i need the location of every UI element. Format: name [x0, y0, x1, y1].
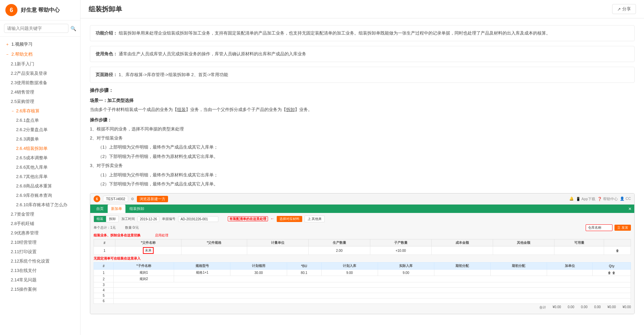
sidebar-item-purchase[interactable]: 2.5采购管理 [0, 97, 80, 106]
sidebar-item-assembly[interactable]: 2.6.4组装拆卸单 [0, 144, 80, 153]
ss-confirm-btn[interactable]: 立 发发 [614, 225, 631, 231]
ss-type-assemble[interactable]: 组装 [94, 216, 106, 222]
footer-spacer: ¥0.00 [623, 305, 631, 310]
ss-sub-info: 单个总计：1元 [94, 225, 116, 230]
cell-avail [554, 246, 604, 255]
sidebar-item-mobile[interactable]: 2.8手机旺铺 [0, 219, 80, 228]
ss-child-table: # *子件名称 规格型号 计划领用 *BU 计划入库 实际入库 期初分配 期初分… [94, 262, 631, 304]
sidebar-item-data-prep[interactable]: 2.3使用前数据准备 [0, 78, 80, 88]
sub-col-plan-in: 计划入库 [321, 263, 378, 270]
footer-total4: 0.00 [594, 305, 600, 310]
sub-table-row: 5 [94, 293, 631, 298]
ss-warehouse-area: 仓库名称 立 发发 [586, 224, 631, 231]
ss-number-input[interactable]: AD-20191226-001 [178, 216, 218, 222]
sidebar-item-finance[interactable]: 2.7资金管理 [0, 210, 80, 219]
sub-col-bu: *BU [287, 263, 321, 270]
path-block: 页面路径： 1、库存核算->库存管理->组装拆卸单 2、首页->常用功能 [90, 67, 635, 83]
col-sequence: # [94, 239, 115, 246]
arrow-right-icon: ← [270, 216, 274, 221]
sub-col-alloc2: 期初分配 [490, 263, 547, 270]
sidebar-item-other-out[interactable]: 2.6.7其他出库单 [0, 172, 80, 181]
sub-col-action: Qty [593, 263, 631, 270]
share-button[interactable]: ↗ 分享 [612, 4, 636, 14]
annotation-text-3: 组装业务、拆卸业务在这里切换 [94, 233, 141, 237]
ss-other-btn[interactable]: 上 其他来 [305, 216, 325, 222]
collapse-sub-icon: － [11, 108, 15, 114]
ss-footer-totals: 合计 ¥0.00 0.00 0.00 0.00 ¥0.00 ¥0.00 [94, 304, 631, 311]
sub-cell-unit [547, 270, 593, 276]
sidebar-item-ledger-query[interactable]: 2.6.9库存账本查询 [0, 191, 80, 200]
step-3: 3、对于拆卖业务 [90, 162, 635, 169]
ss-number-label: 单据编号 [162, 217, 175, 221]
expand-icon: ＋ [5, 42, 9, 47]
sidebar-item-cost-recalc[interactable]: 2.6.8商品成本重算 [0, 181, 80, 191]
cell-cost [431, 246, 493, 255]
ss-parent-table: # *父件名称 *父件规格 计量单位 生产数量 子产数量 成本金额 其他金额 可… [94, 239, 631, 255]
sidebar-item-partial-stocktake[interactable]: 2.6.2分量盘点单 [0, 125, 80, 134]
sidebar-item-transfer[interactable]: 2.6.3调拨单 [0, 134, 80, 144]
search-input[interactable] [4, 24, 68, 33]
nav-list: ＋ 1.视频学习 － 2.帮助文档 2.1新手入门 2.2产品安装及登录 2.3… [0, 37, 80, 335]
ss-annotation-row: 组装业务、拆卸业务在这里切换 启用处理 [94, 233, 631, 238]
sidebar-item-inventory[interactable]: － 2.6库存核算 [0, 106, 80, 116]
ss-date-input[interactable]: 2019-12-26 [138, 216, 159, 222]
ops-steps-heading: 操作步骤： [90, 117, 635, 123]
sidebar-item-install[interactable]: 2.2产品安装及登录 [0, 69, 80, 78]
scene1-heading: 场景一：加工类型选择 [90, 98, 635, 104]
app-logo-icon: 6 [5, 4, 17, 16]
col-other-cost: 其他金额 [493, 239, 554, 246]
sidebar-item-cost-adjust[interactable]: 2.6.5成本调整单 [0, 153, 80, 163]
ss-type-tabs[interactable]: 组装 拆卸 [94, 216, 119, 222]
sidebar-item-help-docs[interactable]: － 2.帮助文档 [0, 49, 80, 59]
sidebar-item-faq[interactable]: 2.14常见问题 [0, 275, 80, 285]
sidebar-item-ledger-fix[interactable]: 2.6.10库存账本错了怎么办 [0, 200, 80, 210]
sidebar-item-print[interactable]: 2.11打印设置 [0, 247, 80, 257]
annotation-text-4: 启用处理 [155, 233, 168, 237]
path-label: 页面路径： [96, 72, 117, 77]
sub-cell-plan: 30.00 [230, 270, 287, 276]
sub-cell-rest [174, 276, 631, 282]
ss-select-material-btn[interactable]: 选择对应材料 [277, 216, 302, 222]
highlighted-cell: 未来 [143, 247, 154, 254]
sub-cell-a2 [490, 270, 547, 276]
ss-nav-home[interactable]: 自页 [93, 205, 107, 213]
sidebar-item-other-in[interactable]: 2.6.6其他入库单 [0, 163, 80, 172]
sub-col-spec: 规格型号 [174, 263, 230, 270]
sub-cell-plan-in: 9.00 [321, 270, 378, 276]
ss-user-icon: 👤 CC [620, 197, 631, 202]
topbar: 组装拆卸单 ↗ 分享 [80, 0, 644, 18]
search-icon[interactable]: 🔍 [70, 26, 76, 31]
sidebar-item-stocktake[interactable]: 2.6.1盘点单 [0, 116, 80, 125]
ss-nav-new[interactable]: 新加单 [108, 205, 125, 213]
sub-cell-name: 规则2 [113, 276, 174, 282]
content-area: 功能介绍： 组装拆卸单用来处理企业组装或拆卸等加工业务，支持有固定装配清单的产品… [80, 18, 644, 335]
sidebar-item-custom[interactable]: 2.12系统个性化设置 [0, 257, 80, 266]
footer-total5: ¥0.00 [607, 305, 616, 310]
intro-block: 功能介绍： 组装拆卸单用来处理企业组装或拆卸等加工业务，支持有固定装配清单的产品… [90, 25, 635, 41]
sidebar-item-payment[interactable]: 2.13在线支付 [0, 266, 80, 275]
sidebar-item-video-learning[interactable]: ＋ 1.视频学习 [0, 39, 80, 49]
col-available: 可用量 [554, 239, 604, 246]
cell-seq: 1 [94, 246, 115, 255]
ss-nav-assembly[interactable]: 组装拆卸 [126, 205, 148, 213]
sub-cell-actual: 9.00 [378, 270, 434, 276]
ss-close-icon[interactable]: ✕ [628, 207, 632, 211]
ss-type-disassemble[interactable]: 拆卸 [106, 216, 118, 222]
ss-annotation-area1: 有装配清单的在这里处理 ← 选择对应材料 上 其他来 [228, 216, 325, 222]
ss-form-row-1: 组装 拆卸 加工时间 2019-12-26 单据编号 AD-20191226-0… [94, 216, 631, 222]
ss-warehouse-input[interactable]: 仓库名称 [586, 224, 612, 231]
sidebar-item-newbie[interactable]: 2.1新手入门 [0, 59, 80, 69]
ss-top-icons: 🔔 📱 App下载 ❓ 帮助中心 👤 CC [569, 197, 631, 202]
footer-total3: 0.00 [581, 305, 587, 310]
search-box[interactable]: 🔍 [0, 20, 80, 37]
sidebar-item-sales[interactable]: 2.4销售管理 [0, 88, 80, 97]
ss-form-row-2: 单个总计：1元 数量 0/元 仓库名称 立 发发 [94, 224, 631, 231]
sub-cell-bu: 80.1 [287, 270, 321, 276]
sidebar-item-coupon[interactable]: 2.9优惠券管理 [0, 228, 80, 238]
sidebar-item-cases[interactable]: 2.15操作案例 [0, 285, 80, 294]
footer-total1: ¥0.00 [553, 305, 561, 310]
sub-table-row: 6 [94, 298, 631, 304]
ss-nav: 自页 新加单 组装拆卸 ✕ [90, 205, 634, 213]
ss-app-icon: 📱 App下载 [576, 197, 595, 202]
sidebar-item-operations[interactable]: 2.10经营管理 [0, 238, 80, 247]
